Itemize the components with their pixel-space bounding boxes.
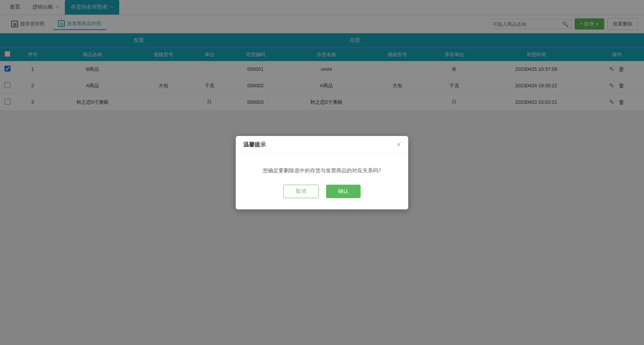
delete-confirm-overlay: 温馨提示 × 您确定要删除选中的存货与发票商品的对应关系吗? 取消 确认 — [0, 0, 644, 111]
